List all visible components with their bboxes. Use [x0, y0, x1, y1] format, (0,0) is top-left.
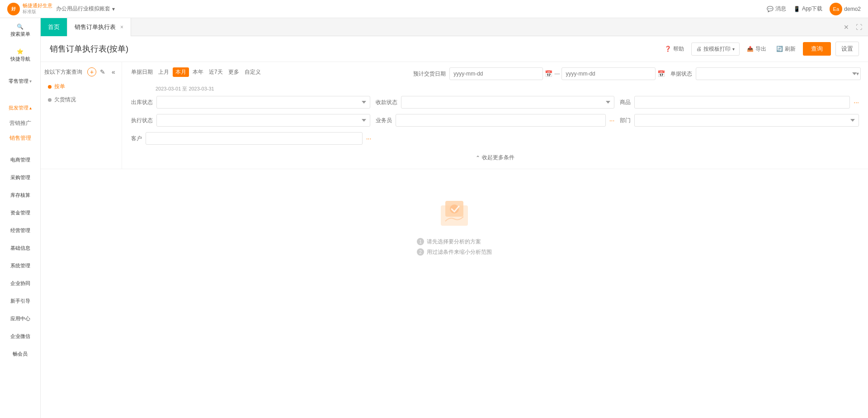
sidebar-item-retail[interactable]: 零售管理 ▾ [0, 68, 40, 95]
main-wrapper: 🔍 搜索菜单 ⭐ 快捷导航 零售管理 ▾ 批发管理 ▴ 营销推广 销售管理 [0, 18, 868, 418]
customer-dots-icon[interactable]: ··· [366, 135, 372, 142]
sidebar-item-search-label: 搜索菜单 [2, 31, 38, 38]
export-label: 导出 [755, 45, 766, 53]
dept-select[interactable] [634, 114, 859, 127]
sidebar-item-corp-wechat[interactable]: 企业微信 [0, 328, 40, 345]
template-print-button[interactable]: 🖨 按模板打印 ▾ [691, 43, 740, 56]
app-download-action[interactable]: 📱 App下载 [793, 5, 822, 13]
edit-scheme-button[interactable]: ✎ [98, 67, 107, 76]
help-button[interactable]: ❓ 帮助 [662, 44, 687, 54]
goods-dots-icon[interactable]: ··· [854, 99, 859, 106]
newbie-label: 新手引导 [10, 298, 30, 304]
user-area[interactable]: Ea demo2 [830, 3, 861, 15]
app-title-arrow: ▾ [112, 6, 115, 12]
payment-label: 收款状态 [376, 99, 397, 106]
sidebar-item-basic-info[interactable]: 基础信息 [0, 239, 40, 257]
sidebar: 🔍 搜索菜单 ⭐ 快捷导航 零售管理 ▾ 批发管理 ▴ 营销推广 销售管理 [0, 18, 41, 418]
empty-hint-1: 1 请先选择要分析的方案 [417, 238, 492, 246]
filter-item-exec-status: 执行状态 [131, 114, 370, 127]
collapse-more-button[interactable]: ⌃ 收起更多条件 [476, 154, 514, 162]
customer-label: 客户 [131, 135, 142, 142]
date-tab-更多[interactable]: 更多 [226, 67, 241, 77]
quick-nav-icon: ⭐ [17, 48, 24, 55]
sidebar-item-wholesale-header: 批发管理 ▴ [2, 100, 38, 116]
date-tabs: 上月 本月 本年 近7天 更多 自定义 [156, 67, 263, 77]
export-button[interactable]: 📤 导出 [744, 44, 769, 54]
add-scheme-button[interactable]: + [87, 67, 96, 76]
date-tab-本年[interactable]: 本年 [191, 67, 205, 77]
scheme-label-按单: 按单 [54, 83, 65, 90]
app-title[interactable]: 办公用品行业模拟账套 ▾ [56, 5, 115, 13]
date-tab-本月[interactable]: 本月 [173, 67, 189, 77]
exec-status-select[interactable] [156, 114, 370, 127]
sidebar-item-quick-nav[interactable]: ⭐ 快捷导航 [0, 43, 40, 68]
empty-hint-2: 2 用过滤条件来缩小分析范围 [417, 248, 492, 256]
salesperson-dots-icon[interactable]: ··· [609, 117, 615, 124]
expected-date-start[interactable] [449, 67, 543, 80]
goods-input[interactable] [634, 96, 850, 109]
calendar-icon-end: 📅 [657, 70, 665, 77]
filter-item-payment: 收款状态 [376, 96, 615, 109]
expected-date-end[interactable] [561, 67, 655, 80]
date-tab-自定义[interactable]: 自定义 [243, 67, 263, 77]
app-center-label: 应用中心 [10, 316, 30, 321]
settings-button[interactable]: 设置 [835, 42, 859, 56]
message-action[interactable]: 💬 消息 [767, 5, 786, 13]
date-tab-近7天[interactable]: 近7天 [207, 67, 225, 77]
sidebar-item-purchase[interactable]: 采购管理 [0, 169, 40, 186]
logo-sub: 标准版 [23, 9, 52, 15]
collapse-scheme-button[interactable]: « [109, 67, 118, 76]
tabbar: 首页 销售订单执行表 × ✕ ⛶ [41, 18, 868, 36]
content-area: 首页 销售订单执行表 × ✕ ⛶ 销售订单执行表(按单) ❓ [41, 18, 868, 418]
sidebar-item-ecommerce[interactable]: 电商管理 [0, 151, 40, 169]
filter-item-dept: 部门 [620, 114, 859, 127]
query-button[interactable]: 查询 [803, 42, 831, 56]
logo-text-area: 畅捷通好生意 标准版 [23, 3, 52, 15]
filter-nav-item-欠货情况[interactable]: 欠货情况 [44, 93, 118, 106]
customer-input[interactable] [146, 132, 363, 145]
status-select[interactable] [696, 67, 861, 80]
sidebar-item-inventory[interactable]: 库存核算 [0, 186, 40, 204]
filter-left-title: 按以下方案查询 [44, 68, 82, 76]
sidebar-item-search[interactable]: 🔍 搜索菜单 [0, 18, 40, 43]
inventory-label: 库存核算 [10, 192, 30, 198]
tab-close-all-button[interactable]: ✕ [841, 22, 852, 33]
tab-close-icon[interactable]: × [120, 24, 123, 30]
filter-row-1: 单据日期 上月 本月 本年 近7天 更多 自定义 [131, 67, 859, 80]
enterprise-label: 企业协同 [10, 280, 30, 286]
delivery-label: 出库状态 [131, 99, 153, 106]
salesperson-input[interactable] [396, 114, 606, 127]
refresh-icon: 🔄 [776, 46, 783, 52]
filter-nav-item-按单[interactable]: 按单 [44, 80, 118, 93]
sidebar-item-newbie[interactable]: 新手引导 [0, 292, 40, 310]
filter-left: 按以下方案查询 + ✎ « 按单 [41, 62, 122, 169]
sidebar-item-finance[interactable]: 资金管理 [0, 204, 40, 222]
sidebar-sub-item-marketing[interactable]: 营销推广 [2, 116, 38, 131]
sidebar-item-app-center[interactable]: 应用中心 [0, 310, 40, 328]
sidebar-item-wholesale[interactable]: 批发管理 ▴ 营销推广 销售管理 [0, 95, 40, 151]
payment-select[interactable] [401, 96, 615, 109]
delivery-select[interactable] [156, 96, 370, 109]
tab-expand-button[interactable]: ⛶ [854, 22, 864, 33]
refresh-button[interactable]: 🔄 刷新 [774, 44, 798, 54]
sidebar-item-member[interactable]: 畅会员 [0, 345, 40, 363]
sidebar-item-system[interactable]: 系统管理 [0, 257, 40, 275]
purchase-label: 采购管理 [10, 175, 30, 180]
empty-illustration [436, 196, 472, 233]
tab-sales-order[interactable]: 销售订单执行表 × [67, 18, 131, 36]
hint-num-1: 1 [417, 238, 424, 245]
print-arrow: ▾ [732, 47, 735, 52]
date-tab-上月[interactable]: 上月 [156, 67, 171, 77]
message-icon: 💬 [767, 6, 774, 12]
tab-home[interactable]: 首页 [41, 18, 67, 36]
settings-label: 设置 [841, 45, 853, 53]
sidebar-item-operations[interactable]: 经营管理 [0, 222, 40, 239]
wholesale-label: 批发管理 [9, 104, 28, 111]
template-print-label: 按模板打印 [703, 45, 731, 53]
member-label: 畅会员 [13, 351, 28, 356]
sidebar-sub-item-sales[interactable]: 销售管理 [2, 131, 38, 146]
sidebar-item-enterprise[interactable]: 企业协同 [0, 275, 40, 292]
scheme-dot-按单 [48, 85, 52, 89]
page-actions: ❓ 帮助 🖨 按模板打印 ▾ 📤 导出 🔄 [662, 42, 859, 56]
filter-item-date: 单据日期 上月 本月 本年 近7天 更多 自定义 [131, 67, 408, 77]
